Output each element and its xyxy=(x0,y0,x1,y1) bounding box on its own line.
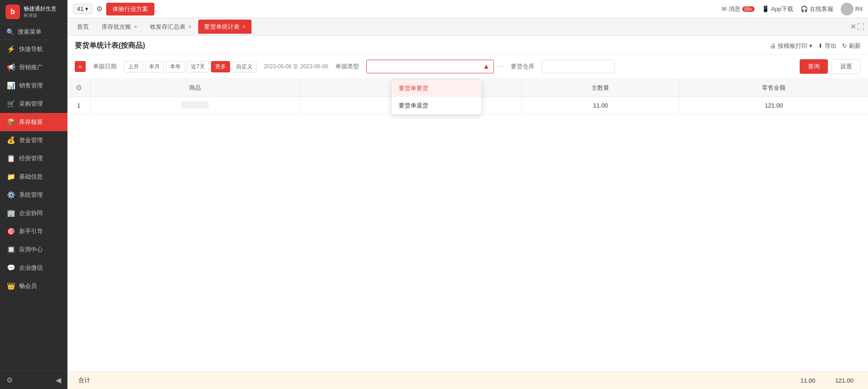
refresh-btn[interactable]: ↻ 刷新 xyxy=(842,42,861,50)
this-year-btn[interactable]: 本年 xyxy=(166,61,185,72)
sidebar-item-inventory[interactable]: 📦 库存核算 xyxy=(0,113,67,131)
tab-order-stat-label: 要货单统计表 xyxy=(204,23,240,31)
sidebar-item-guide[interactable]: 🎯 新手引导 xyxy=(0,222,67,241)
page-header: 要货单统计表(按商品) 🖨 按模板打印 ▾ ⬇ 导出 ↻ 刷新 xyxy=(67,36,868,55)
sidebar-item-enterprise[interactable]: 🏢 企业协同 xyxy=(0,204,67,222)
sidebar-item-sales[interactable]: 📊 销售管理 xyxy=(0,77,67,95)
more-options-icon[interactable]: ··· xyxy=(498,62,503,71)
wechat-icon: 💬 xyxy=(6,263,15,272)
online-service-item[interactable]: 🎧 在线客服 xyxy=(801,5,833,13)
trial-button[interactable]: 体验行业方案 xyxy=(106,3,154,15)
user-profile[interactable]: Rit xyxy=(841,3,863,15)
gear-icon[interactable]: ⚙ xyxy=(96,5,103,13)
topbar: 41 ▾ ⚙ 体验行业方案 ✉ 消息 99+ 📱 App下载 🎧 在线客服 R xyxy=(67,0,868,18)
message-badge: 99+ xyxy=(742,6,755,12)
sidebar-item-label: 营销推广 xyxy=(19,63,43,72)
online-service-label: 在线客服 xyxy=(810,5,833,13)
sidebar-item-app-center[interactable]: 🔲 应用中心 xyxy=(0,241,67,259)
sidebar-item-label: 快捷导航 xyxy=(19,45,43,53)
type-select-wrapper: ▲ ··· xyxy=(366,60,503,73)
vip-icon: 👑 xyxy=(6,282,15,291)
app-download-label: App下载 xyxy=(771,5,793,13)
settings-bottom-icon[interactable]: ⚙ xyxy=(6,376,13,384)
tab-close-icon[interactable]: × xyxy=(242,24,246,30)
cell-amount: 121.00 xyxy=(679,97,868,114)
last-month-btn[interactable]: 上月 xyxy=(124,61,143,72)
sidebar-bottom: ⚙ ◀ xyxy=(0,371,67,389)
col-amount: 零售金额 xyxy=(679,79,868,97)
sidebar-item-label: 企业协同 xyxy=(19,209,43,217)
basic-icon: 📁 xyxy=(6,172,15,181)
footer-amount: 121.00 xyxy=(826,377,863,384)
tab-inventory-batch[interactable]: 库存批次账 × xyxy=(96,20,143,34)
col-qty: 主数量 xyxy=(522,79,679,97)
print-label: 按模板打印 xyxy=(778,42,807,50)
operation-icon: 📋 xyxy=(6,154,15,163)
avatar xyxy=(841,3,853,15)
dropdown-item-order-req[interactable]: 要货单要货 xyxy=(391,80,482,97)
sidebar-item-label: 销售管理 xyxy=(19,82,43,90)
headset-icon: 🎧 xyxy=(801,5,808,12)
sidebar-item-purchase[interactable]: 🛒 采购管理 xyxy=(0,95,67,113)
type-select-box[interactable]: ▲ xyxy=(366,60,494,73)
sidebar-item-label: 系统管理 xyxy=(19,191,43,199)
footer-qty: 11.00 xyxy=(790,377,826,384)
sidebar-item-search[interactable]: 🔍 搜索菜单 xyxy=(0,24,67,40)
expand-tabs-icon[interactable]: ⛶ xyxy=(857,23,864,31)
query-button[interactable]: 查询 xyxy=(800,59,828,74)
topbar-left: 41 ▾ ⚙ 体验行业方案 xyxy=(73,3,154,15)
collapse-icon[interactable]: ◀ xyxy=(56,376,61,384)
app-logo: b 畅捷通好生意 标准版 xyxy=(0,0,67,24)
cell-seq: 1 xyxy=(67,97,90,114)
sidebar-item-quick-nav[interactable]: ⚡ 快捷导航 xyxy=(0,40,67,58)
tab-close-icon[interactable]: × xyxy=(134,24,137,30)
type-filter-label: 单据类型 xyxy=(335,62,359,71)
last-7days-btn[interactable]: 近7天 xyxy=(187,61,209,72)
export-icon: ⬇ xyxy=(818,42,823,49)
tab-close-icon[interactable]: × xyxy=(188,24,191,30)
print-template-btn[interactable]: 🖨 按模板打印 ▾ xyxy=(770,42,812,50)
settings-button[interactable]: 设置 xyxy=(832,59,861,74)
sidebar-item-operation[interactable]: 📋 经营管理 xyxy=(0,149,67,168)
sidebar: b 畅捷通好生意 标准版 🔍 搜索菜单 ⚡ 快捷导航 📢 营销推广 📊 销售管理… xyxy=(0,0,67,389)
app-download-item[interactable]: 📱 App下载 xyxy=(762,5,793,13)
date-range-text: 2023-05-06 至 2023-06-06 xyxy=(264,63,328,71)
sidebar-menu: ⚡ 快捷导航 📢 营销推广 📊 销售管理 🛒 采购管理 📦 库存核算 💰 资金管… xyxy=(0,40,67,371)
tab-order-stat[interactable]: 要货单统计表 × xyxy=(198,20,252,34)
tab-collect-summary[interactable]: 收发存汇总表 × xyxy=(144,20,197,34)
main-area: 41 ▾ ⚙ 体验行业方案 ✉ 消息 99+ 📱 App下载 🎧 在线客服 R xyxy=(67,0,868,389)
column-settings-icon[interactable]: ⚙ xyxy=(76,84,82,92)
custom-date-btn[interactable]: 自定义 xyxy=(232,61,257,72)
app-name: 畅捷通好生意 xyxy=(24,5,56,13)
sidebar-item-wechat[interactable]: 💬 企业微信 xyxy=(0,259,67,277)
refresh-icon: ↻ xyxy=(842,42,847,49)
sidebar-item-finance[interactable]: 💰 资金管理 xyxy=(0,131,67,149)
tab-inventory-batch-label: 库存批次账 xyxy=(102,23,131,31)
sidebar-item-label: 资金管理 xyxy=(19,136,43,144)
close-all-icon[interactable]: ✕ xyxy=(850,22,856,31)
sidebar-item-vip[interactable]: 👑 畅会员 xyxy=(0,277,67,295)
type-select-input[interactable] xyxy=(370,63,483,70)
message-item[interactable]: ✉ 消息 99+ xyxy=(722,5,755,13)
export-btn[interactable]: ⬇ 导出 xyxy=(818,42,837,50)
select-arrow-up-icon[interactable]: ▲ xyxy=(483,62,490,71)
app-version: 标准版 xyxy=(24,12,56,19)
col-product: 商品 xyxy=(90,79,300,97)
sidebar-search-label: 搜索菜单 xyxy=(18,28,41,36)
store-selector[interactable]: 41 ▾ xyxy=(73,4,92,14)
more-date-btn[interactable]: 更多 xyxy=(211,61,230,72)
sidebar-item-label: 库存核算 xyxy=(19,118,43,126)
sidebar-item-basic[interactable]: 📁 基础信息 xyxy=(0,168,67,186)
tab-home[interactable]: 首页 xyxy=(71,20,95,34)
sidebar-item-system[interactable]: ⚙️ 系统管理 xyxy=(0,186,67,204)
topbar-right: ✉ 消息 99+ 📱 App下载 🎧 在线客服 Rit xyxy=(722,3,863,15)
this-month-btn[interactable]: 本月 xyxy=(145,61,164,72)
sidebar-item-marketing[interactable]: 📢 营销推广 xyxy=(0,58,67,77)
filter-expand-button[interactable]: » xyxy=(75,61,86,72)
dropdown-arrow-icon: ▾ xyxy=(85,5,88,12)
dropdown-item-order-return[interactable]: 要货单退货 xyxy=(391,97,482,114)
warehouse-select[interactable] xyxy=(542,60,615,73)
finance-icon: 💰 xyxy=(6,136,15,145)
date-group: 上月 本月 本年 近7天 更多 自定义 xyxy=(124,61,257,72)
page-actions: 🖨 按模板打印 ▾ ⬇ 导出 ↻ 刷新 xyxy=(770,42,861,50)
